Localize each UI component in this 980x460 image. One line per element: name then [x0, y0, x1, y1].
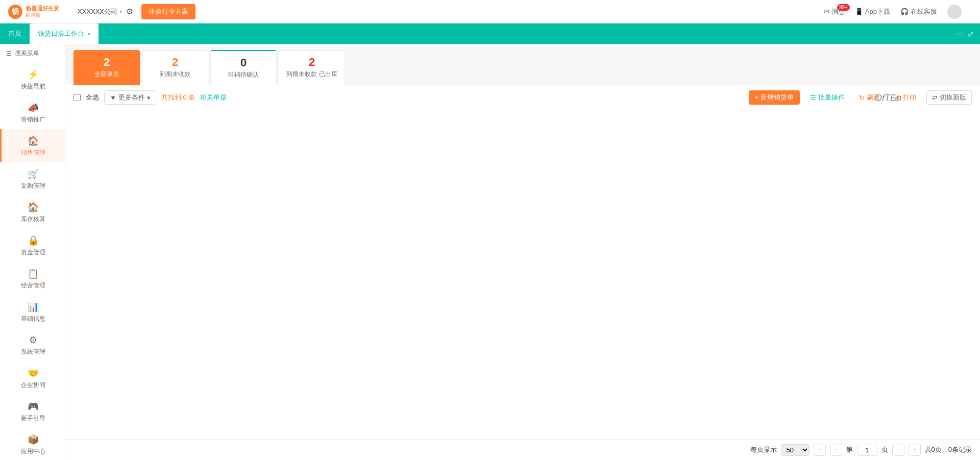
sidebar-item-sales[interactable]: 🏠 销售管理: [0, 129, 65, 162]
topbar: 畅 畅捷通好生意 标准版 XXXXXX公司 ▾ ⚙ 体验行业方案 ✉ 消息 99…: [0, 0, 980, 23]
sidebar-item-finance[interactable]: 🔒 资金管理: [0, 229, 65, 262]
main-layout: ☰ 搜索菜单 ⚡ 快捷导航 📣 营销推广 🏠 销售管理 🛒 采购管理 🏠 库存核…: [0, 44, 980, 460]
experience-btn[interactable]: 体验行业方案: [141, 4, 195, 19]
content-area: [65, 110, 980, 439]
sidebar-item-newbie[interactable]: 🎮 新手引导: [0, 395, 65, 428]
refresh-icon: ↻: [859, 94, 865, 102]
stat-tab-all[interactable]: 2 全部单据: [74, 50, 140, 85]
finance-icon: 🔒: [28, 235, 39, 246]
select-all-checkbox[interactable]: [74, 94, 81, 101]
main-content: 2 全部单据 2 到期未收款 0 旺辅待确认 2 到期未收款 已出库 全选: [65, 44, 980, 460]
switch-icon: ⇄: [932, 94, 938, 102]
often-label: OfTEn: [875, 93, 901, 104]
logo-icon: 畅: [8, 5, 22, 19]
company-selector[interactable]: XXXXXX公司 ▾: [78, 7, 122, 16]
search-menu[interactable]: ☰ 搜索菜单: [0, 44, 65, 63]
first-page-btn[interactable]: «: [814, 444, 826, 456]
more-filter-btn[interactable]: ▼ 更多条件 ▾: [104, 90, 156, 105]
settings-icon[interactable]: ⚙: [126, 7, 133, 16]
topbar-right: ✉ 消息 99+ 📱 App下载 🎧 在线客服: [824, 5, 972, 19]
minimize-icon[interactable]: —: [955, 29, 963, 38]
switch-new-version-btn[interactable]: ⇄ 切换新版: [926, 90, 972, 105]
filter-icon: ▼: [110, 94, 116, 102]
avatar[interactable]: [947, 5, 962, 19]
message-btn[interactable]: ✉ 消息 99+: [824, 7, 845, 16]
prev-page-btn[interactable]: ‹: [830, 444, 842, 456]
stat-tab-overdue[interactable]: 2 到期未收款: [142, 50, 208, 85]
basic-info-icon: 📊: [28, 301, 39, 312]
per-page-label: 每页显示: [750, 445, 777, 454]
headset-icon: 🎧: [900, 8, 909, 15]
inventory-icon: 🏠: [28, 202, 39, 213]
stats-tabs: 2 全部单据 2 到期未收款 0 旺辅待确认 2 到期未收款 已出库: [65, 44, 980, 85]
enterprise-icon: 🤝: [28, 368, 39, 379]
maximize-icon[interactable]: ⤢: [967, 29, 974, 39]
stat-tab-unshipped[interactable]: 2 到期未收款 已出库: [279, 50, 345, 85]
message-icon: ✉: [824, 8, 829, 15]
marketing-icon: 📣: [28, 102, 39, 113]
pagination-bar: 每页显示 50 20 100 « ‹ 第 页 › » 共0页，0条记录: [65, 439, 980, 460]
related-orders-link[interactable]: 相关单据: [200, 93, 227, 102]
batch-operation-btn[interactable]: ☰ 批量操作: [806, 91, 849, 104]
page-suffix: 页: [881, 445, 888, 454]
toolbar: 全选 ▼ 更多条件 ▾ 共找到 0 条 相关单据 + 新增销货单 ☰ 批量操作: [65, 85, 980, 110]
last-page-btn[interactable]: »: [909, 444, 921, 456]
sidebar-item-operations[interactable]: 📋 经营管理: [0, 262, 65, 295]
tab-daily-work[interactable]: 钱货日清工作台 ×: [30, 23, 99, 44]
sidebar-item-quick-nav[interactable]: ⚡ 快捷导航: [0, 63, 65, 96]
chevron-down-icon: ▾: [147, 94, 151, 102]
nav-tabs-controls: — ⤢: [955, 29, 980, 39]
select-all-label: 全选: [86, 93, 99, 102]
search-icon: ☰: [6, 50, 12, 57]
sidebar-item-inventory[interactable]: 🏠 库存核算: [0, 196, 65, 229]
toolbar-left: 全选 ▼ 更多条件 ▾ 共找到 0 条 相关单据: [74, 90, 743, 105]
online-service-btn[interactable]: 🎧 在线客服: [900, 7, 937, 16]
system-icon: ⚙: [29, 334, 37, 346]
found-count: 共找到 0 条: [161, 93, 195, 102]
app-center-icon: 📦: [28, 434, 39, 445]
sales-icon: 🏠: [28, 135, 39, 147]
batch-icon: ☰: [810, 94, 816, 102]
add-sales-order-btn[interactable]: + 新增销货单: [749, 90, 800, 105]
next-page-btn[interactable]: ›: [892, 444, 904, 456]
nav-tabs: 首页 钱货日清工作台 × — ⤢: [0, 23, 980, 44]
app-download-btn[interactable]: 📱 App下载: [855, 7, 890, 16]
app-icon: 📱: [855, 8, 863, 15]
purchase-icon: 🛒: [28, 168, 39, 180]
operations-icon: 📋: [28, 268, 39, 279]
stat-tab-wangwang[interactable]: 0 旺辅待确认: [210, 50, 277, 85]
page-label: 第: [846, 445, 853, 454]
sidebar-item-marketing[interactable]: 📣 营销推广: [0, 96, 65, 129]
logo: 畅 畅捷通好生意 标准版: [8, 5, 74, 19]
sidebar-item-purchase[interactable]: 🛒 采购管理: [0, 162, 65, 196]
logo-text: 畅捷通好生意 标准版: [26, 5, 59, 18]
total-label: 共0页，0条记录: [925, 445, 972, 454]
sidebar-item-basic-info[interactable]: 📊 基础信息: [0, 295, 65, 328]
chevron-down-icon: ▾: [119, 9, 122, 14]
message-badge: 99+: [837, 4, 850, 11]
per-page-select[interactable]: 50 20 100: [781, 444, 810, 456]
page-input[interactable]: [857, 444, 877, 456]
newbie-icon: 🎮: [28, 401, 39, 412]
sidebar-item-enterprise[interactable]: 🤝 企业协同: [0, 361, 65, 395]
sidebar: ☰ 搜索菜单 ⚡ 快捷导航 📣 营销推广 🏠 销售管理 🛒 采购管理 🏠 库存核…: [0, 44, 65, 460]
close-tab-icon[interactable]: ×: [87, 31, 90, 37]
tab-home[interactable]: 首页: [0, 23, 30, 44]
quick-nav-icon: ⚡: [28, 69, 39, 80]
sidebar-item-system[interactable]: ⚙ 系统管理: [0, 328, 65, 361]
toolbar-right: + 新增销货单 ☰ 批量操作 ↻ 刷新 🖨 打印 ⇄ 切换新版: [749, 90, 972, 105]
sidebar-item-app-center[interactable]: 📦 应用中心: [0, 428, 65, 460]
